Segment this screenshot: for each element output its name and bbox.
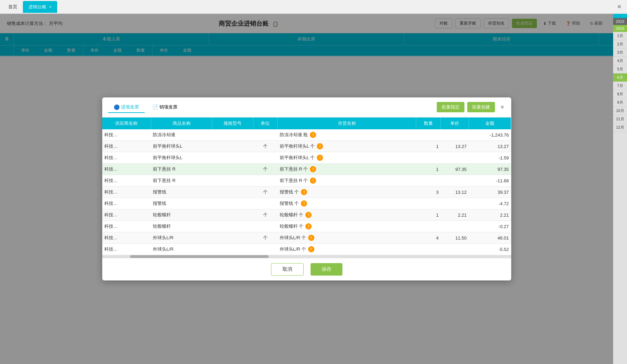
col-supplier: 供应商名称 <box>102 118 151 129</box>
warning-icon[interactable]: ! <box>310 166 316 172</box>
col-amount: 金额 <box>469 118 511 129</box>
batch-create-button[interactable]: 批量创建 <box>467 102 495 112</box>
col-inventory-name: 存货名称 <box>278 118 416 129</box>
warning-icon[interactable]: ! <box>310 177 316 184</box>
table-row: 科技…轮毂螺杆个轮毂螺杆 个!12.212.21 <box>102 209 511 221</box>
inventory-name: 报警线 个 <box>280 189 299 195</box>
side-month-item-1[interactable]: 1月 <box>613 32 627 40</box>
side-month-item-5[interactable]: 5月 <box>613 65 627 73</box>
table-row: 科技…轮毂螺杆轮毂螺杆 个!-0.27 <box>102 221 511 232</box>
tab-bar: 首页 进销台账 × ✕ <box>0 0 627 14</box>
warning-icon[interactable]: ! <box>301 200 307 207</box>
batch-assign-button[interactable]: 批量指定 <box>437 102 464 112</box>
side-month-item-4[interactable]: 4月 <box>613 57 627 65</box>
col-spec: 规格型号 <box>212 118 253 129</box>
inventory-name: 防冻冷却液 瓶 <box>280 132 308 138</box>
side-month-item-3[interactable]: 3月 <box>613 49 627 57</box>
table-scrollbar[interactable] <box>102 255 511 258</box>
side-panel: 月份 2023 2023 1月2月3月4月5月6月7月8月9月10月11月12月 <box>613 14 627 364</box>
table-row: 科技…报警线个报警线 个!313.1239.37 <box>102 187 511 198</box>
side-months-list: 1月2月3月4月5月6月7月8月9月10月11月12月 <box>613 32 627 132</box>
modal-header: 🔵 进项发票 📄 销项发票 批量指定 批量创建 × <box>102 97 511 118</box>
side-month-item-2[interactable]: 2月 <box>613 40 627 49</box>
table-row: 科技…前平衡杆球头L前平衡杆球头L 个!-1.59 <box>102 152 511 164</box>
scrollbar-thumb <box>130 255 269 258</box>
bg-content: 销售成本计算方法： 月平均 商贸企业进销台账 📋 对账 重新开账 存货别名 生成… <box>0 14 613 364</box>
tab-inbound-invoice[interactable]: 🔵 进项发票 <box>108 102 145 113</box>
year-badge: 2023 <box>613 25 627 32</box>
modal-table-wrapper[interactable]: 供应商名称 商品名称 规格型号 单位 存货名称 数量 单价 金额 科技…防冻冷却… <box>102 118 511 255</box>
year-label: 2023 <box>613 18 627 25</box>
inventory-name: 外球头L/R 个 <box>280 235 306 241</box>
table-row: 科技…报警线报警线 个!-4.72 <box>102 198 511 209</box>
modal-tabs: 🔵 进项发票 📄 销项发票 <box>108 102 437 113</box>
window-close-icon[interactable]: ✕ <box>614 2 624 11</box>
outbound-tab-icon: 📄 <box>152 104 158 110</box>
warning-icon[interactable]: ! <box>310 132 316 138</box>
side-month-item-9[interactable]: 9月 <box>613 98 627 107</box>
col-unit-price: 单价 <box>441 118 469 129</box>
inventory-name: 前平衡杆球头L 个 <box>280 143 315 149</box>
side-month-item-7[interactable]: 7月 <box>613 82 627 90</box>
modal-overlay: 🔵 进项发票 📄 销项发票 批量指定 批量创建 × <box>0 14 613 364</box>
inventory-name: 前下悬挂 R 个 <box>280 166 308 172</box>
tab-home[interactable]: 首页 <box>3 1 23 13</box>
side-month-item-10[interactable]: 10月 <box>613 107 627 115</box>
save-button[interactable]: 保存 <box>311 263 342 276</box>
tab-outbound-invoice[interactable]: 📄 销项发票 <box>146 102 183 113</box>
table-row: 科技…外球头L/R个外球头L/R 个!411.5046.01 <box>102 232 511 244</box>
inventory-name: 报警线 个 <box>280 200 299 207</box>
side-month-item-11[interactable]: 11月 <box>613 115 627 123</box>
table-row: 科技…前下悬挂 R前下悬挂 R 个!-11.68 <box>102 175 511 187</box>
tab-active[interactable]: 进销台账 × <box>23 1 57 13</box>
table-row: 科技…防冻冷却液防冻冷却液 瓶!-1,243.76 <box>102 129 511 141</box>
warning-icon[interactable]: ! <box>301 189 307 195</box>
col-product-name: 商品名称 <box>151 118 212 129</box>
warning-icon[interactable]: ! <box>317 155 323 161</box>
inbound-tab-icon: 🔵 <box>114 104 120 110</box>
inventory-name: 轮毂螺杆 个 <box>280 223 304 229</box>
side-month-item-12[interactable]: 12月 <box>613 123 627 132</box>
col-qty: 数量 <box>416 118 441 129</box>
side-month-item-6[interactable]: 6月 <box>613 73 627 82</box>
modal-close-icon[interactable]: × <box>499 104 506 111</box>
inventory-name: 前下悬挂 R 个 <box>280 177 308 184</box>
modal-dialog: 🔵 进项发票 📄 销项发票 批量指定 批量创建 × <box>102 97 511 281</box>
side-month-item-8[interactable]: 8月 <box>613 90 627 98</box>
month-label: 月份 <box>613 14 627 18</box>
inventory-name: 前平衡杆球头L 个 <box>280 155 315 161</box>
warning-icon[interactable]: ! <box>305 212 312 218</box>
table-row: 科技…前平衡杆球头L个前平衡杆球头L 个!113.2713.27 <box>102 141 511 152</box>
warning-icon[interactable]: ! <box>308 235 314 241</box>
tab-close-icon[interactable]: × <box>49 5 52 9</box>
cancel-button[interactable]: 取消 <box>271 263 304 276</box>
warning-icon[interactable]: ! <box>305 223 312 229</box>
inventory-name: 轮毂螺杆 个 <box>280 212 304 218</box>
col-unit: 单位 <box>253 118 278 129</box>
invoice-table: 供应商名称 商品名称 规格型号 单位 存货名称 数量 单价 金额 科技…防冻冷却… <box>102 118 511 255</box>
warning-icon[interactable]: ! <box>317 143 323 149</box>
inventory-name: 外球头L/R 个 <box>280 246 306 252</box>
modal-footer: 取消 保存 <box>102 258 511 280</box>
table-row: 科技…外球头L/R外球头L/R 个!-5.52 <box>102 244 511 255</box>
modal-header-buttons: 批量指定 批量创建 <box>437 102 495 112</box>
table-row: 科技…前下悬挂 R个前下悬挂 R 个!197.3597.35 <box>102 164 511 175</box>
warning-icon[interactable]: ! <box>308 246 314 252</box>
